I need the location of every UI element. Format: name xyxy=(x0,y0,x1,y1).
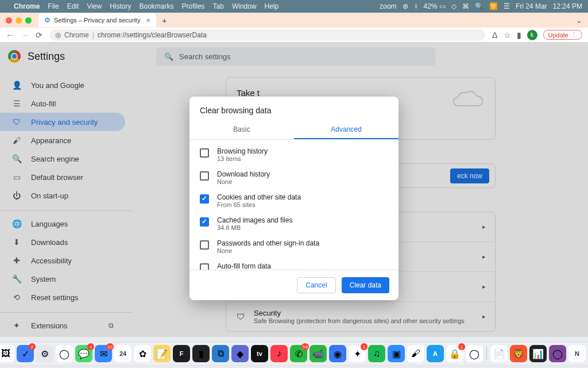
checkbox[interactable] xyxy=(200,148,209,158)
spotlight-icon[interactable]: 🔍 xyxy=(475,2,483,10)
link-icon[interactable]: ⌘ xyxy=(462,2,469,10)
dock: 😀▦◯🧭🖼✓2⚙◯💬4✉2824✿📝F▮⧉◆tv♪✆58📹◉✦1♫▣🖌A🔒1◯📄… xyxy=(0,342,588,366)
menu-profiles[interactable]: Profiles xyxy=(182,2,205,10)
dock-app-mail[interactable]: ✉28 xyxy=(95,345,112,362)
clear-data-button[interactable]: Clear data xyxy=(342,277,389,293)
address-bar[interactable]: ◎ Chrome | chrome://settings/clearBrowse… xyxy=(49,29,485,41)
dock-app-zoom[interactable]: ▣ xyxy=(388,345,405,362)
dock-app-figma[interactable]: F xyxy=(173,345,190,362)
dialog-row[interactable]: Auto-fill form data1 suggestion xyxy=(189,258,399,270)
badge: 4 xyxy=(87,343,94,350)
dock-app-chrome2[interactable]: ◯ xyxy=(466,345,483,362)
close-window[interactable] xyxy=(6,17,12,24)
checkbox[interactable] xyxy=(200,171,209,181)
share-icon[interactable]: ᐃ xyxy=(492,30,498,40)
bookmark-icon[interactable]: ☆ xyxy=(504,30,511,40)
row-title: Browsing history xyxy=(217,147,268,155)
control-center-icon[interactable]: ☰ xyxy=(504,2,510,10)
dialog-row[interactable]: Browsing history13 items xyxy=(189,143,399,166)
close-tab[interactable]: × xyxy=(146,16,150,25)
dock-app-linear[interactable]: ◆ xyxy=(231,345,249,362)
mac-menubar: Chrome File Edit View History Bookmarks … xyxy=(0,0,588,13)
dialog-title: Clear browsing data xyxy=(189,97,399,121)
dock-app-vscode[interactable]: ⧉ xyxy=(212,345,229,362)
dock-app-settings[interactable]: ⚙ xyxy=(36,345,53,362)
dock-app-preview2[interactable]: 🖌 xyxy=(407,345,424,362)
new-tab-button[interactable]: + xyxy=(162,16,167,25)
fullscreen-window[interactable] xyxy=(25,17,32,24)
dialog-row[interactable]: Download historyNone xyxy=(189,166,399,189)
checkbox[interactable] xyxy=(200,263,209,270)
dock-app-brave[interactable]: 🦁 xyxy=(510,345,527,362)
dock-app-activity[interactable]: 📊 xyxy=(529,345,547,362)
dock-app-things[interactable]: ✓2 xyxy=(17,345,34,362)
menu-history[interactable]: History xyxy=(110,2,131,10)
browser-toolbar: ← → ⟳ ◎ Chrome | chrome://settings/clear… xyxy=(0,28,588,43)
dock-app-preview[interactable]: 🖼 xyxy=(0,345,14,362)
dock-app-signal[interactable]: ◉ xyxy=(329,345,346,362)
cancel-button[interactable]: Cancel xyxy=(297,277,335,293)
dock-app-tor[interactable]: ◯ xyxy=(549,345,566,362)
row-title: Cookies and other site data xyxy=(217,193,301,201)
dock-app-appstore[interactable]: A xyxy=(427,345,444,362)
browser-tab-active[interactable]: ⚙ Settings – Privacy and security × xyxy=(38,13,156,27)
menu-bookmarks[interactable]: Bookmarks xyxy=(140,2,174,10)
dock-app-whatsapp[interactable]: ✆58 xyxy=(290,345,307,362)
dialog-row[interactable]: Cookies and other site dataFrom 65 sites xyxy=(189,189,399,212)
tab-advanced[interactable]: Advanced xyxy=(294,121,399,139)
forward-button[interactable]: → xyxy=(21,30,29,40)
menu-edit[interactable]: Edit xyxy=(67,2,79,10)
row-title: Cached images and files xyxy=(217,216,292,224)
row-subtitle: 34.8 MB xyxy=(217,224,292,231)
minimize-window[interactable] xyxy=(16,17,22,24)
dock-app-1password[interactable]: 🔒1 xyxy=(446,345,463,362)
dialog-row[interactable]: Passwords and other sign-in dataNone xyxy=(189,235,399,258)
menu-window[interactable]: Window xyxy=(232,2,257,10)
menu-tab[interactable]: Tab xyxy=(213,2,224,10)
dock-app-spotify[interactable]: ♫ xyxy=(368,345,385,362)
checkbox[interactable] xyxy=(200,194,209,204)
tab-strip: ⚙ Settings – Privacy and security × + ⌄ xyxy=(0,13,588,28)
back-button[interactable]: ← xyxy=(6,30,14,40)
reload-button[interactable]: ⟳ xyxy=(36,30,42,40)
dock-app-music[interactable]: ♪ xyxy=(270,345,288,362)
dock-app-terminal[interactable]: ▮ xyxy=(192,345,210,362)
dock-app-appletv[interactable]: tv xyxy=(251,345,268,362)
profile-button[interactable]: k xyxy=(527,30,537,40)
dock-app-facetime[interactable]: 📹 xyxy=(310,345,327,362)
dock-app-chrome[interactable]: ◯ xyxy=(56,345,73,362)
badge: 1 xyxy=(458,343,465,350)
checkbox[interactable] xyxy=(200,240,209,250)
dock-app-calendar[interactable]: 24 xyxy=(114,345,131,362)
dock-app-notion[interactable]: N xyxy=(568,345,586,362)
row-title: Auto-fill form data xyxy=(217,262,271,270)
url-text: chrome://settings/clearBrowserData xyxy=(98,31,207,39)
battery-status[interactable]: 42% ▭ xyxy=(424,2,446,10)
update-button[interactable]: Update ⋮ xyxy=(543,30,582,40)
row-subtitle: None xyxy=(217,178,270,185)
clear-data-dialog: Clear browsing data Basic Advanced Brows… xyxy=(189,97,399,300)
row-subtitle: 13 items xyxy=(217,155,268,162)
app-menu[interactable]: Chrome xyxy=(14,2,40,10)
dock-app-pages[interactable]: 📄 xyxy=(490,345,508,362)
chatgpt-icon[interactable]: ⊛ xyxy=(403,2,408,10)
dock-app-notes[interactable]: 📝 xyxy=(153,345,171,362)
raycast-icon[interactable]: ◇ xyxy=(451,2,457,10)
menubar-time[interactable]: 12:24 PM xyxy=(553,2,582,10)
sidepanel-icon[interactable]: ▮ xyxy=(517,30,521,40)
tab-overflow[interactable]: ⌄ xyxy=(576,16,582,25)
dialog-row[interactable]: Cached images and files34.8 MB xyxy=(189,212,399,235)
tab-basic[interactable]: Basic xyxy=(189,121,294,139)
bluetooth-icon[interactable]: ᚼ xyxy=(414,2,418,10)
zoom-status[interactable]: zoom xyxy=(380,2,396,10)
menubar-date[interactable]: Fri 24 Mar xyxy=(516,2,547,10)
dock-app-photos[interactable]: ✿ xyxy=(134,345,151,362)
menu-help[interactable]: Help xyxy=(265,2,279,10)
menu-view[interactable]: View xyxy=(87,2,102,10)
menu-file[interactable]: File xyxy=(48,2,59,10)
dock-app-slack[interactable]: ✦1 xyxy=(349,345,366,362)
checkbox[interactable] xyxy=(200,217,209,227)
wifi-icon[interactable]: 🛜 xyxy=(489,2,498,10)
dock-app-messages[interactable]: 💬4 xyxy=(75,345,92,362)
chrome-icon: ◎ xyxy=(55,31,61,39)
